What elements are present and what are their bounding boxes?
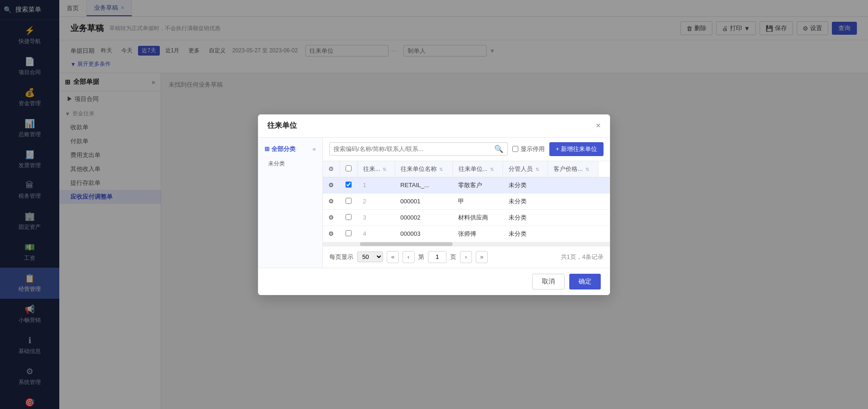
last-page-button[interactable]: »	[476, 251, 488, 263]
row-price-level	[598, 193, 610, 209]
search-input[interactable]	[333, 145, 491, 152]
row-id: 1	[358, 177, 395, 193]
select-all-checkbox[interactable]	[346, 165, 352, 171]
modal-footer: 取消 确定	[258, 268, 610, 295]
confirm-button[interactable]: 确定	[569, 274, 601, 289]
page-word: 第	[418, 253, 424, 261]
first-page-button[interactable]: «	[387, 251, 399, 263]
row-salesperson	[548, 177, 598, 193]
row-name: 甲	[453, 193, 503, 209]
col-settings[interactable]: ⚙	[323, 161, 340, 177]
horizontal-scrollbar[interactable]	[323, 242, 610, 246]
sort-icon-name: ⇅	[439, 167, 443, 172]
sidebar-collapse-icon[interactable]: «	[313, 145, 316, 152]
row-id: 2	[358, 193, 395, 209]
search-box[interactable]: 🔍	[329, 142, 508, 156]
next-page-button[interactable]: ›	[460, 251, 472, 263]
row-settings-icon[interactable]: ⚙	[323, 193, 340, 209]
cancel-button[interactable]: 取消	[532, 274, 565, 289]
row-checkbox[interactable]	[340, 193, 358, 209]
table-row[interactable]: ⚙ 1 RETAIL_... 零散客户 未分类	[323, 177, 610, 193]
show-disabled-checkbox[interactable]	[512, 146, 518, 152]
modal-sidebar-unclassified[interactable]: 未分类	[258, 157, 322, 170]
row-price-level	[598, 177, 610, 193]
row-checkbox[interactable]	[340, 226, 358, 242]
row-category: 未分类	[503, 177, 548, 193]
col-name: 往来单位名称 ⇅	[395, 161, 453, 177]
row-price-level	[598, 226, 610, 242]
row-id: 4	[358, 226, 395, 242]
modal-body: ⊞ 全部分类 « 未分类 🔍 显示停用	[258, 138, 610, 268]
modal-sidebar: ⊞ 全部分类 « 未分类	[258, 138, 323, 268]
grid-icon-small: ⊞	[264, 145, 270, 152]
row-category: 未分类	[503, 226, 548, 242]
sort-icon-salesperson: ⇅	[535, 167, 539, 172]
col-category: 往来单位... ⇅	[453, 161, 503, 177]
sort-icon-code: ⇅	[383, 167, 386, 172]
row-name: 材料供应商	[453, 209, 503, 226]
modal-close-button[interactable]: ×	[596, 121, 601, 131]
row-salesperson	[548, 226, 598, 242]
col-code: 往来... ⇅	[358, 161, 395, 177]
page-unit: 页	[450, 253, 456, 261]
col-salesperson: 分管人员 ⇅	[503, 161, 548, 177]
partner-table: ⚙ 往来... ⇅ 往来单位名称 ⇅	[323, 161, 610, 242]
row-name: 零散客户	[453, 177, 503, 193]
table-row[interactable]: ⚙ 2 000001 甲 未分类	[323, 193, 610, 209]
show-disabled-label: 显示停用	[521, 145, 545, 153]
modal-overlay: 往来单位 × ⊞ 全部分类 « 未分类	[0, 0, 868, 409]
row-category: 未分类	[503, 193, 548, 209]
row-category: 未分类	[503, 209, 548, 226]
modal-table: ⚙ 往来... ⇅ 往来单位名称 ⇅	[323, 161, 610, 242]
modal-header: 往来单位 ×	[258, 114, 610, 138]
unclassified-label: 未分类	[268, 160, 285, 167]
modal-main: 🔍 显示停用 + 新增往来单位 ⚙	[323, 138, 610, 268]
row-salesperson	[548, 193, 598, 209]
scrollbar-thumb[interactable]	[360, 242, 453, 246]
page-size-select[interactable]: 50 100	[357, 252, 383, 262]
row-name: 张师傅	[453, 226, 503, 242]
row-price-level	[598, 209, 610, 226]
row-checkbox[interactable]	[340, 209, 358, 226]
row-checkbox[interactable]	[340, 177, 358, 193]
all-category-label: 全部分类	[271, 145, 296, 153]
search-icon: 🔍	[494, 145, 503, 153]
modal-pagination: 每页显示 50 100 « ‹ 第 页 › » 共1页，4条记录	[323, 246, 610, 268]
row-code: 000002	[395, 209, 453, 226]
row-settings-icon[interactable]: ⚙	[323, 177, 340, 193]
show-disabled-toggle[interactable]: 显示停用	[512, 145, 545, 153]
page-number-input[interactable]	[428, 251, 447, 263]
row-code: 000001	[395, 193, 453, 209]
sort-icon-price: ⇅	[585, 167, 589, 172]
col-checkbox[interactable]	[340, 161, 358, 177]
modal-sidebar-all-category[interactable]: ⊞ 全部分类 «	[258, 141, 322, 157]
prev-page-button[interactable]: ‹	[403, 251, 415, 263]
add-partner-button[interactable]: + 新增往来单位	[549, 142, 604, 156]
modal-toolbar: 🔍 显示停用 + 新增往来单位	[323, 138, 610, 161]
row-settings-icon[interactable]: ⚙	[323, 226, 340, 242]
row-code: RETAIL_...	[395, 177, 453, 193]
page-size-label: 每页显示	[329, 253, 353, 261]
col-price-level: 客户价格... ⇅	[548, 161, 598, 177]
row-salesperson	[548, 209, 598, 226]
modal-dialog: 往来单位 × ⊞ 全部分类 « 未分类	[258, 114, 610, 295]
sort-icon-category: ⇅	[490, 167, 494, 172]
row-id: 3	[358, 209, 395, 226]
table-row[interactable]: ⚙ 3 000002 材料供应商 未分类	[323, 209, 610, 226]
total-info: 共1页，4条记录	[561, 253, 604, 261]
modal-title: 往来单位	[267, 121, 297, 131]
table-header-row: ⚙ 往来... ⇅ 往来单位名称 ⇅	[323, 161, 610, 177]
row-code: 000003	[395, 226, 453, 242]
table-row[interactable]: ⚙ 4 000003 张师傅 未分类	[323, 226, 610, 242]
row-settings-icon[interactable]: ⚙	[323, 209, 340, 226]
